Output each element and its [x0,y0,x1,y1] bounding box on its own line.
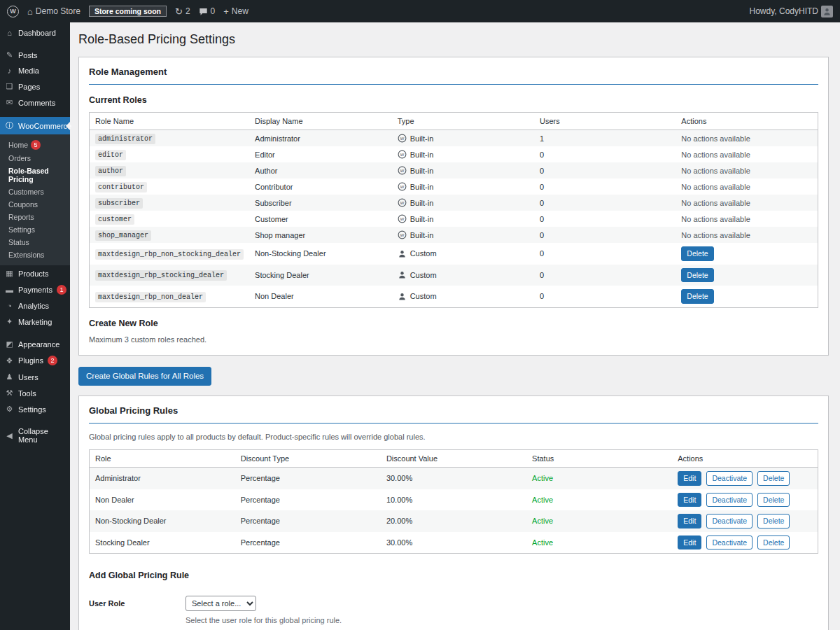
new-content-button[interactable]: + New [223,6,248,16]
plugins-badge: 2 [48,356,57,365]
roles-table: Role Name Display Name Type Users Action… [89,112,818,308]
wordpress-icon: W [398,166,407,175]
role-users: 0 [534,146,676,162]
role-display-name: Editor [249,146,392,162]
sidebar-item-settings[interactable]: ⚙ Settings [0,401,70,417]
comments-link[interactable]: 0 [199,6,216,16]
svg-text:W: W [400,200,404,205]
sidebar-item-dashboard[interactable]: ⌂ Dashboard [0,25,70,41]
role-users: 0 [534,265,676,286]
site-name-link[interactable]: ⌂ Demo Store [27,6,80,16]
submenu-item-orders[interactable]: Orders [0,152,70,164]
delete-rule-button[interactable]: Delete [757,514,790,528]
appearance-icon: ◩ [5,340,14,349]
submenu-item-extensions[interactable]: Extensions [0,248,70,261]
payments-badge: 1 [57,285,66,295]
table-row: Non Dealer Percentage 10.00% Active Edit… [90,489,818,511]
submenu-item-status[interactable]: Status [0,236,70,248]
svg-text:W: W [400,168,404,173]
sidebar-item-comments[interactable]: ✉ Comments [0,94,70,111]
role-actions: No actions available [676,195,818,211]
delete-role-button[interactable]: Delete [681,246,713,261]
role-users: 0 [534,243,676,265]
role-display-name: Stocking Dealer [249,265,392,286]
sidebar-item-marketing[interactable]: ✦ Marketing [0,314,70,330]
sidebar-item-media[interactable]: ♪ Media [0,63,70,78]
role-users: 0 [534,195,676,211]
edit-rule-button[interactable]: Edit [678,471,701,486]
sidebar-item-pages[interactable]: ❏ Pages [0,78,70,94]
sidebar-item-products[interactable]: ▦ Products [0,265,70,281]
wordpress-icon: W [398,214,407,223]
submenu-item-home[interactable]: Home 5 [0,138,70,152]
deactivate-rule-button[interactable]: Deactivate [706,514,752,528]
sidebar-item-users[interactable]: ♟ Users [0,369,70,385]
deactivate-rule-button[interactable]: Deactivate [706,536,752,550]
sidebar-item-plugins[interactable]: ❖ Plugins 2 [0,352,70,369]
submenu-item-settings[interactable]: Settings [0,223,70,236]
submenu-item-reports[interactable]: Reports [0,211,70,223]
rule-discount-type: Percentage [235,468,381,489]
delete-role-button[interactable]: Delete [681,268,713,283]
rule-discount-type: Percentage [235,532,381,554]
sidebar-item-posts[interactable]: ✎ Posts [0,47,70,63]
create-global-rules-button[interactable]: Create Global Rules for All Roles [78,367,211,386]
edit-rule-button[interactable]: Edit [678,514,701,528]
edit-rule-button[interactable]: Edit [678,536,701,550]
person-icon [398,292,407,301]
admin-bar: W ⌂ Demo Store Store coming soon ↻ 2 0 +… [0,0,840,22]
table-row: maxtdesign_rbp_stocking_dealer Stocking … [90,265,818,286]
products-icon: ▦ [5,269,14,278]
table-row: Administrator Percentage 30.00% Active E… [90,468,818,489]
rule-discount-type: Percentage [235,510,381,532]
submenu-item-role-based-pricing[interactable]: Role-Based Pricing [0,164,70,186]
sidebar-item-tools[interactable]: ⚒ Tools [0,385,70,401]
user-role-select[interactable]: Select a role... [186,596,256,611]
delete-rule-button[interactable]: Delete [757,536,790,550]
sidebar-item-analytics[interactable]: ◔ Analytics [0,298,70,314]
sidebar-item-collapse-menu[interactable]: ◀ Collapse Menu [0,424,70,447]
sidebar-item-woocommerce[interactable]: ⓘ WooCommerce [0,117,70,134]
account-menu[interactable]: Howdy, CodyHITD [750,6,833,18]
delete-role-button[interactable]: Delete [681,289,713,304]
wordpress-icon: W [398,150,407,159]
role-type: Custom [398,270,528,279]
collapse-icon: ◀ [5,431,14,440]
pages-icon: ❏ [5,82,14,91]
sidebar-item-appearance[interactable]: ◩ Appearance [0,336,70,352]
person-icon [398,249,407,258]
wordpress-logo-icon[interactable]: W [7,6,19,18]
wordpress-icon: W [398,198,407,207]
edit-rule-button[interactable]: Edit [678,493,701,507]
submenu-item-coupons[interactable]: Coupons [0,198,70,211]
delete-rule-button[interactable]: Delete [757,493,790,507]
wordpress-icon: W [398,230,407,239]
role-users: 1 [534,130,676,147]
role-actions: No actions available [676,162,818,178]
col-display-name: Display Name [249,113,392,130]
person-icon [822,7,832,16]
rule-discount-value: 30.00% [381,532,526,554]
plugins-icon: ❖ [5,356,14,365]
table-row: subscriber Subscriber WBuilt-in 0 No act… [90,195,818,211]
role-users: 0 [534,286,676,307]
role-name-code: author [95,166,126,176]
delete-rule-button[interactable]: Delete [757,471,790,486]
rule-status: Active [526,532,672,554]
sidebar-item-payments[interactable]: ▬ Payments 1 [0,281,70,298]
deactivate-rule-button[interactable]: Deactivate [706,471,752,486]
role-name-code: subscriber [95,198,143,209]
role-name-code: editor [95,150,126,160]
woocommerce-icon: ⓘ [5,120,14,131]
global-pricing-card: Global Pricing Rules Global pricing rule… [78,396,829,630]
users-icon: ♟ [5,372,14,382]
role-actions: No actions available [676,227,818,243]
role-type: WBuilt-in [398,214,528,223]
updates-link[interactable]: ↻ 2 [175,6,190,16]
deactivate-rule-button[interactable]: Deactivate [706,493,752,507]
menu-separator [0,111,70,117]
submenu-item-customers[interactable]: Customers [0,186,70,198]
avatar [821,6,833,18]
marketing-icon: ✦ [5,317,14,326]
role-name-code: administrator [95,134,155,144]
